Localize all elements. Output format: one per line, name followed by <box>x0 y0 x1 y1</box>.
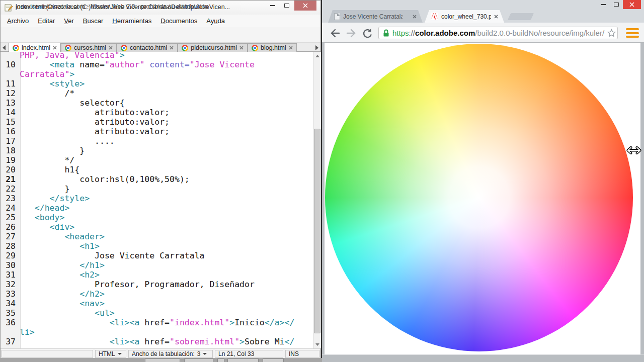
code-row[interactable]: 30 </h1> <box>1 260 313 270</box>
cursor-position-status: Ln 21, Col 33 <box>215 350 283 358</box>
menu-ayuda[interactable]: Ayuda <box>202 16 229 26</box>
code-row[interactable]: PHP, Java, Valencia"> <box>1 52 313 60</box>
code-row[interactable]: 36 <li><a href="index.html">Inicio</a></ <box>1 318 313 327</box>
code-row[interactable]: 31 <h2> <box>1 270 313 280</box>
forward-icon[interactable] <box>345 27 357 39</box>
chrome-favicon <box>13 45 19 51</box>
code-row[interactable]: 24 </head> <box>1 203 313 213</box>
code-row[interactable]: 23 </style> <box>1 194 313 203</box>
menu-archivo[interactable]: Archivo <box>3 16 33 26</box>
scrollbar-up-icon[interactable] <box>313 52 321 60</box>
bookmark-star-icon[interactable] <box>607 29 616 37</box>
tab-title: color_wheel_730.png (730 <box>441 13 491 20</box>
back-icon[interactable] <box>329 27 341 39</box>
browser-tab-1[interactable]: Jose Vicente Carratala <box>328 10 423 23</box>
taskbar-button[interactable] <box>184 358 213 362</box>
browser-minimize-button[interactable] <box>597 0 610 9</box>
code-row[interactable]: 28 <h1> <box>1 241 313 251</box>
browser-maximize-button[interactable] <box>610 0 623 9</box>
editor-tab-pidetucurso.html[interactable]: pidetucurso.html <box>178 43 248 52</box>
status-message-box <box>2 350 93 358</box>
code-row[interactable]: 26 <div> <box>1 222 313 232</box>
adobe-favicon <box>431 13 438 20</box>
browser-close-button[interactable] <box>623 0 641 9</box>
desktop: index.html (Disco local (C:)\Users\Jose … <box>0 0 644 362</box>
close-icon <box>629 2 634 7</box>
new-tab-button[interactable] <box>508 13 534 20</box>
editor-scrollbar[interactable] <box>313 52 321 348</box>
taskbar-button[interactable] <box>217 358 224 362</box>
tab-width-dropdown[interactable]: Ancho de la tabulación:3 <box>128 350 213 358</box>
editor-title: index.html (Disco local (C:)\Users\Jose … <box>16 1 260 15</box>
editor-toolbar <box>1 27 320 43</box>
editor-tab-contacto.html[interactable]: contacto.html <box>117 43 178 52</box>
menu-documentos[interactable]: Documentos <box>156 16 202 26</box>
code-row[interactable]: 21 color:hsl(0,100%,50%); <box>1 174 313 184</box>
editor-close-button[interactable] <box>294 1 316 11</box>
menu-editar[interactable]: Editar <box>33 16 59 26</box>
code-row[interactable]: 12 /* <box>1 88 313 98</box>
reload-icon[interactable] <box>361 27 373 39</box>
editor-app-icon <box>5 4 13 12</box>
browser-tab-2[interactable]: color_wheel_730.png (730 <box>425 10 504 23</box>
tab-label: contacto.html <box>130 44 167 51</box>
editor-minimize-button[interactable] <box>266 1 279 11</box>
address-bar[interactable]: https://color.adobe.com/build2.0.0-build… <box>378 27 618 39</box>
editor-tab-cursos.html[interactable]: cursos.html <box>61 43 117 52</box>
code-row[interactable]: 15 atributo:valor; <box>1 117 313 127</box>
browser-viewport <box>325 43 640 354</box>
code-row[interactable]: 35 <ul> <box>1 308 313 318</box>
code-row[interactable]: 37 <li><a href="sobremi.html">Sobre Mi</ <box>1 337 313 346</box>
code-row[interactable]: 34 <nav> <box>1 299 313 308</box>
code-row[interactable]: 29 Jose Vicente Carratala <box>1 251 313 260</box>
code-row[interactable]: 33 </h2> <box>1 289 313 299</box>
close-icon <box>170 46 174 50</box>
taskbar-button[interactable] <box>227 358 259 362</box>
code-row[interactable]: 16 atributo:valor; <box>1 127 313 136</box>
editor-tab-index.html[interactable]: index.html <box>9 43 61 52</box>
editor-maximize-button[interactable] <box>280 1 293 11</box>
code-row[interactable]: 11 <style> <box>1 79 313 88</box>
tab-scroll-left-icon[interactable] <box>3 45 6 50</box>
chrome-favicon <box>182 45 188 51</box>
taskbar-button[interactable] <box>145 358 180 362</box>
code-row[interactable]: Carratala"> <box>1 69 313 79</box>
scrollbar-thumb[interactable] <box>314 129 320 333</box>
code-row[interactable]: 27 <header> <box>1 232 313 241</box>
color-wheel-image <box>325 44 633 351</box>
scrollbar-down-icon[interactable] <box>313 340 321 348</box>
code-row[interactable]: 18 } <box>1 146 313 155</box>
padlock-icon[interactable] <box>383 29 389 37</box>
tab-scroll-right-icon[interactable] <box>315 45 318 50</box>
filetype-dropdown[interactable]: HTML <box>95 350 126 358</box>
menu-ver[interactable]: Ver <box>59 16 78 26</box>
code-row[interactable]: 20 h1{ <box>1 165 313 174</box>
watermark-text: josevicentecarratala.com - Master Web 2.… <box>16 3 208 10</box>
chevron-down-icon <box>118 353 122 355</box>
code-lines: PHP, Java, Valencia">10 <meta name="auth… <box>1 52 313 346</box>
chevron-down-icon <box>203 353 207 355</box>
tab-label: blog.html <box>261 44 286 51</box>
url-text[interactable]: https://color.adobe.com/build2.0.0-build… <box>392 29 604 37</box>
code-row[interactable]: 10 <meta name="author" content="Jose Vic… <box>1 60 313 69</box>
editor-tab-blog.html[interactable]: blog.html <box>248 43 297 52</box>
menu-buscar[interactable]: Buscar <box>78 16 108 26</box>
editor-titlebar[interactable]: index.html (Disco local (C:)\Users\Jose … <box>1 1 320 15</box>
code-row[interactable]: 22 } <box>1 184 313 194</box>
taskbar-button[interactable] <box>263 358 284 362</box>
code-row[interactable]: 17 .... <box>1 136 313 146</box>
close-icon <box>53 46 57 50</box>
code-row[interactable]: 32 Profesor, Programador, Diseñador <box>1 280 313 289</box>
code-row[interactable]: 13 selector{ <box>1 98 313 108</box>
window-frame <box>322 354 644 362</box>
taskbar-edge[interactable] <box>0 358 322 362</box>
code-editor-area[interactable]: PHP, Java, Valencia">10 <meta name="auth… <box>1 52 321 348</box>
code-row[interactable]: 25 <body> <box>1 213 313 222</box>
code-row[interactable]: 19 */ <box>1 155 313 165</box>
menu-herramientas[interactable]: Herramientas <box>108 16 156 26</box>
code-row[interactable]: 14 atributo:valor; <box>1 108 313 117</box>
code-row[interactable]: li> <box>1 327 313 337</box>
editor-menubar: ArchivoEditarVerBuscarHerramientasDocume… <box>1 15 320 27</box>
chrome-menu-icon[interactable] <box>626 28 639 38</box>
window-frame[interactable] <box>640 43 644 362</box>
